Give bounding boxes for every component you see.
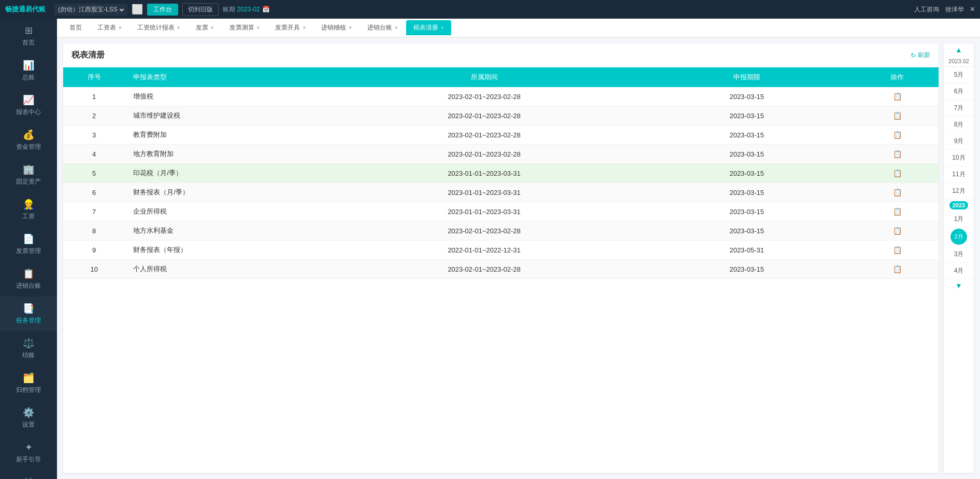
table-row: 9财务报表（年报）2022-01-01~2022-12-312023-05-31… xyxy=(63,241,939,260)
tab-purchase-ledger[interactable]: 进销台账 × xyxy=(360,20,405,35)
cell-action: 📋 xyxy=(856,241,939,260)
sidebar-item-home[interactable]: ⊞ 首页 xyxy=(0,19,57,53)
action-icon-btn[interactable]: 📋 xyxy=(893,150,902,158)
col-type: 申报表类型 xyxy=(125,67,331,87)
action-icon-btn[interactable]: 📋 xyxy=(893,246,902,254)
tab-invoice[interactable]: 发票 × xyxy=(189,20,221,35)
month-item-11[interactable]: 11月 xyxy=(944,166,974,183)
sidebar-label-report-center: 报表中心 xyxy=(16,108,41,117)
month-item-7[interactable]: 7月 xyxy=(944,100,974,117)
month-item-5[interactable]: 5月 xyxy=(944,67,974,83)
gear-icon: ⚙️ xyxy=(23,407,34,418)
tab-salary-table[interactable]: 工资表 × xyxy=(90,20,129,35)
sidebar-item-settings[interactable]: ⚙️ 设置 xyxy=(0,401,57,435)
username[interactable]: 徐泽华 xyxy=(945,5,964,14)
tab-home[interactable]: 首页 xyxy=(62,20,89,35)
cell-period: 2023-02-01~2023-02-28 xyxy=(331,87,638,106)
cell-action: 📋 xyxy=(856,106,939,125)
sidebar-label-home: 首页 xyxy=(22,38,35,47)
settlement-icon: ⚖️ xyxy=(23,337,34,349)
tab-tax-register[interactable]: 税表清册 × xyxy=(406,20,451,35)
sidebar-item-purchase-sales[interactable]: 📋 进销台账 xyxy=(0,262,57,297)
cell-type: 财务报表（年报） xyxy=(125,241,331,260)
tab-close-purchase-check[interactable]: × xyxy=(349,25,352,31)
tab-home-label: 首页 xyxy=(69,23,82,32)
cell-no: 3 xyxy=(63,125,125,145)
sidebar-item-archive-mgmt[interactable]: 🗂️ 归档管理 xyxy=(0,366,57,401)
sidebar-item-vip[interactable]: V 畅会员 xyxy=(0,470,57,479)
tab-close-invoice[interactable]: × xyxy=(211,25,214,31)
sidebar-item-new-guide[interactable]: ✦ 新手引导 xyxy=(0,435,57,470)
action-icon-btn[interactable]: 📋 xyxy=(893,207,902,216)
calendar-icon[interactable]: 📅 xyxy=(262,6,270,13)
table-row: 5印花税（月/季）2023-01-01~2023-03-312023-03-15… xyxy=(63,164,939,183)
company-selector[interactable]: (勿动）江西股宝-LSS xyxy=(54,4,127,16)
tab-invoice-open[interactable]: 发票开具 × xyxy=(268,20,313,35)
home-icon: ⊞ xyxy=(25,25,33,36)
tab-purchase-check[interactable]: 进销稽核 × xyxy=(314,20,359,35)
cell-period: 2023-01-01~2023-03-31 xyxy=(331,183,638,202)
table-row: 1增值税2023-02-01~2023-02-282023-03-15📋 xyxy=(63,87,939,106)
sidebar-item-capital-mgmt[interactable]: 💰 资金管理 xyxy=(0,123,57,158)
month-item-10[interactable]: 10月 xyxy=(944,150,974,166)
action-icon-btn[interactable]: 📋 xyxy=(893,227,902,235)
cell-deadline: 2023-03-15 xyxy=(637,260,856,279)
period-value: 2023-02 xyxy=(237,6,260,13)
sidebar-label-capital-mgmt: 资金管理 xyxy=(16,143,41,151)
sidebar-item-report-center[interactable]: 📈 报表中心 xyxy=(0,88,57,123)
year-badge-2023: 2023 xyxy=(949,201,968,209)
sidebar-item-settlement[interactable]: ⚖️ 结账 xyxy=(0,331,57,366)
tab-close-salary-table[interactable]: × xyxy=(119,25,122,31)
action-icon-btn[interactable]: 📋 xyxy=(893,92,902,101)
capital-icon: 💰 xyxy=(23,129,34,140)
archive-icon: 🗂️ xyxy=(23,372,34,384)
scroll-up-arrow[interactable]: ▲ xyxy=(953,44,964,56)
close-button[interactable]: × xyxy=(970,5,975,14)
month-item-4[interactable]: 4月 xyxy=(944,263,974,279)
action-icon-btn[interactable]: 📋 xyxy=(893,111,902,120)
tax-table: 序号 申报表类型 所属期间 申报期限 操作 1增值税2023-02-01~202… xyxy=(63,67,939,279)
tab-close-invoice-calc[interactable]: × xyxy=(257,25,260,31)
month-item-8[interactable]: 8月 xyxy=(944,117,974,133)
month-item-3[interactable]: 3月 xyxy=(944,246,974,263)
table-row: 4地方教育附加2023-02-01~2023-02-282023-03-15📋 xyxy=(63,145,939,164)
sidebar-item-fixed-assets[interactable]: 🏢 固定资产 xyxy=(0,158,57,192)
action-icon-btn[interactable]: 📋 xyxy=(893,131,902,139)
tab-salary-stats[interactable]: 工资统计报表 × xyxy=(130,20,188,35)
cell-period: 2023-01-01~2023-03-31 xyxy=(331,202,638,221)
cell-type: 地方水利基金 xyxy=(125,221,331,241)
human-consult[interactable]: 人工咨询 xyxy=(914,5,939,14)
sidebar-item-invoice-mgmt[interactable]: 📄 发票管理 xyxy=(0,227,57,262)
action-icon-btn[interactable]: 📋 xyxy=(893,265,902,273)
refresh-button[interactable]: ↻ 刷新 xyxy=(911,51,930,60)
sidebar-item-salary[interactable]: 👷 工资 xyxy=(0,192,57,227)
tab-close-tax-register[interactable]: × xyxy=(441,25,444,31)
guide-icon: ✦ xyxy=(25,442,33,453)
tab-invoice-open-label: 发票开具 xyxy=(275,23,300,32)
sidebar-item-tax-mgmt[interactable]: 📑 税务管理 xyxy=(0,297,57,331)
action-icon-btn[interactable]: 📋 xyxy=(893,169,902,177)
period-text: 账期 xyxy=(223,5,235,14)
month-item-12[interactable]: 12月 xyxy=(944,183,974,200)
month-item-1[interactable]: 1月 xyxy=(944,211,974,228)
cell-deadline: 2023-05-31 xyxy=(637,241,856,260)
sidebar-label-general-ledger: 总账 xyxy=(22,73,35,82)
action-icon-btn[interactable]: 📋 xyxy=(893,188,902,196)
tab-close-salary-stats[interactable]: × xyxy=(177,25,180,31)
cell-action: 📋 xyxy=(856,202,939,221)
sidebar-item-general-ledger[interactable]: 📊 总账 xyxy=(0,53,57,88)
purchase-icon: 📋 xyxy=(23,268,34,279)
cell-no: 10 xyxy=(63,260,125,279)
month-item-2-active[interactable]: 2月 xyxy=(950,229,967,245)
tab-invoice-calc[interactable]: 发票测算 × xyxy=(222,20,267,35)
tab-close-invoice-open[interactable]: × xyxy=(302,25,306,31)
cell-type: 地方教育附加 xyxy=(125,145,331,164)
cell-action: 📋 xyxy=(856,145,939,164)
sidebar-label-fixed-assets: 固定资产 xyxy=(16,177,41,186)
scroll-down-arrow[interactable]: ▼ xyxy=(953,279,964,292)
month-item-9[interactable]: 9月 xyxy=(944,133,974,150)
month-item-6[interactable]: 6月 xyxy=(944,83,974,100)
workspace-button[interactable]: 工作台 xyxy=(147,4,178,16)
tab-close-purchase-ledger[interactable]: × xyxy=(395,25,398,31)
switch-old-button[interactable]: 切到旧版 xyxy=(182,3,219,16)
